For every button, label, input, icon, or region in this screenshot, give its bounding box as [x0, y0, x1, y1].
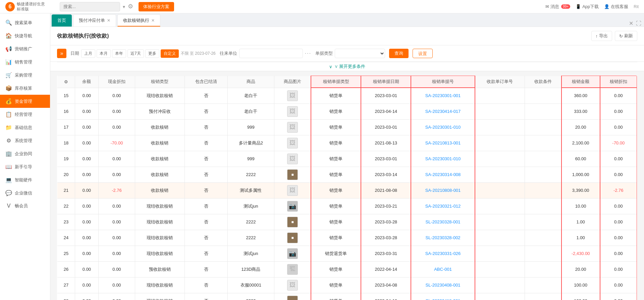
filter-date-this-month[interactable]: 本月 [97, 49, 111, 58]
row-bill-no[interactable]: SA-20230414-017 [411, 103, 475, 119]
dropdown-icon[interactable]: ▾ [123, 4, 125, 9]
filter-settings-button[interactable]: 设置 [413, 49, 433, 58]
row-bill-no[interactable]: SA-20210808-001 [411, 182, 475, 198]
row-bill-type: 销货单 [311, 103, 361, 119]
message-item[interactable]: ✉ 消息 99+ [545, 4, 570, 10]
export-button[interactable]: ↑ 导出 [591, 31, 612, 41]
refresh-button[interactable]: ↻ 刷新 [615, 31, 637, 41]
row-write-off-discount: 0.00 [600, 293, 637, 300]
table-row: 20 0.00 0.00 收款核销 否 2222 ■ 销货单 2023-03-1… [57, 167, 637, 182]
tab-close-window-button[interactable]: ✕ [629, 20, 633, 27]
bill-type-select[interactable] [335, 49, 385, 58]
filter-expand-more-row[interactable]: ∨ ∨ 展开更多条件 [57, 62, 637, 71]
app-download-item[interactable]: 📱 App下载 [576, 4, 599, 10]
row-bill-type: 销货单 [311, 214, 361, 230]
row-bill-date: 2023-03-01 [361, 119, 411, 135]
hardware-icon: 💻 [5, 177, 12, 183]
wechat-icon: 💬 [5, 190, 12, 196]
col-header-gear[interactable]: ⚙ [57, 76, 75, 88]
bill-no-link[interactable]: SA-20210808-001 [425, 188, 461, 193]
online-service-item[interactable]: 👤 在线客服 [604, 4, 628, 10]
tab-prepay[interactable]: 预付冲应付单 ✕ [73, 14, 116, 27]
logo-text: 畅捷通谱好生意 标准版 [17, 2, 45, 11]
page-content: 收款核销执行(按收款) ↑ 导出 ↻ 刷新 » 日期 [50, 27, 644, 300]
bill-no-link[interactable]: SL-20230328-002 [426, 235, 461, 240]
bill-no-link[interactable]: SA-20230301-010 [425, 125, 461, 130]
sidebar-item-wechat[interactable]: 💬 企业微信 [0, 186, 50, 200]
col-header-balance: 余额 [75, 76, 98, 88]
row-receipt-order-no [475, 119, 525, 135]
sidebar-item-search-menu[interactable]: 🔍 搜索菜单 [0, 16, 50, 29]
row-receipt-condition [525, 103, 561, 119]
table-row: 23 0.00 0.00 现结收款核销 否 2222 ■ 销货单 2023-03… [57, 214, 637, 230]
bill-no-link[interactable]: SL-20230328-001 [426, 219, 461, 224]
bill-no-link[interactable]: SL-20230418-001 [426, 298, 461, 300]
bill-no-link[interactable]: SA-20230414-017 [425, 109, 461, 114]
row-bill-no[interactable]: SA-20210813-001 [411, 135, 475, 151]
sidebar-item-hardware[interactable]: 💻 智能硬件 [0, 173, 50, 186]
user-item[interactable]: Rit [634, 4, 639, 9]
guide-icon: 📖 [5, 164, 12, 170]
row-bill-no[interactable]: SL-20230328-002 [411, 230, 475, 246]
tab-prepay-close[interactable]: ✕ [107, 18, 110, 23]
tab-bar: 首页 预付冲应付单 ✕ 收款核销执行 ✕ ✕ ⛶ [50, 13, 644, 27]
filter-date-custom[interactable]: 自定义 [161, 49, 179, 58]
filter-date-more[interactable]: 更多 [145, 49, 159, 58]
bill-no-link[interactable]: SA-20230321-012 [425, 204, 461, 209]
filter-dots-icon[interactable]: ··· [305, 50, 311, 56]
sidebar-item-inventory[interactable]: 📦 库存核算 [0, 82, 50, 95]
query-button[interactable]: 查询 [389, 49, 409, 58]
filter-expand-button[interactable]: » [57, 49, 66, 58]
row-receipt-order-no [475, 135, 525, 151]
sidebar-item-vip[interactable]: V 畅会员 [0, 200, 50, 212]
row-bill-no[interactable]: ABC-001 [411, 261, 475, 277]
row-bill-no[interactable]: SA-20230314-008 [411, 167, 475, 182]
row-goods-image: 🖼 [274, 135, 311, 151]
row-bill-no[interactable]: SA-20230331-026 [411, 246, 475, 261]
bill-no-link[interactable]: SA-20230301-001 [425, 93, 461, 98]
sidebar-item-operation[interactable]: 📋 经营管理 [0, 108, 50, 121]
row-bill-no[interactable]: SA-20230321-012 [411, 198, 475, 214]
sidebar-item-enterprise[interactable]: 🏢 企业协同 [0, 147, 50, 160]
bill-no-link[interactable]: SA-20230301-010 [425, 156, 461, 161]
counterpart-input[interactable] [239, 49, 303, 58]
sidebar-item-sales[interactable]: 📊 销售管理 [0, 55, 50, 69]
settings-gear-icon[interactable]: ⚙ [128, 3, 136, 11]
sidebar-item-system[interactable]: ⚙ 系统管理 [0, 134, 50, 147]
tab-collection-close[interactable]: ✕ [151, 18, 155, 23]
row-bill-no[interactable]: SL-20230418-001 [411, 293, 475, 300]
row-receipt-condition [525, 182, 561, 198]
goods-image-thumb: ■ [287, 217, 298, 227]
row-write-off-amount: 333.00 [561, 103, 600, 119]
sidebar-item-basic[interactable]: 📁 基础信息 [0, 121, 50, 134]
row-include-settled: 否 [184, 119, 227, 135]
bill-no-link[interactable]: SL-20230408-001 [426, 283, 461, 288]
tab-home[interactable]: 首页 [52, 14, 72, 27]
row-receipt-condition [525, 214, 561, 230]
tab-fullscreen-button[interactable]: ⛶ [636, 20, 641, 27]
filter-date-last-month[interactable]: 上月 [81, 49, 95, 58]
search-input[interactable] [60, 2, 120, 11]
filter-date-7days[interactable]: 近7天 [127, 49, 144, 58]
sidebar-item-quick-nav[interactable]: 🏠 快捷导航 [0, 29, 50, 42]
bill-no-link[interactable]: SA-20230314-008 [425, 172, 461, 177]
sidebar-item-finance[interactable]: 💰 资金管理 [0, 95, 50, 108]
row-write-off-amount: 360.00 [561, 88, 600, 103]
bill-no-link[interactable]: ABC-001 [434, 267, 452, 272]
row-bill-no[interactable]: SL-20230408-001 [411, 277, 475, 293]
row-bill-no[interactable]: SA-20230301-010 [411, 151, 475, 167]
bill-no-link[interactable]: SA-20230331-026 [425, 251, 461, 256]
row-bill-no[interactable]: SA-20230301-001 [411, 88, 475, 103]
bill-no-link[interactable]: SA-20210813-001 [425, 140, 461, 145]
row-goods-image: 🖼 [274, 151, 311, 167]
filter-date-this-year[interactable]: 本年 [112, 49, 126, 58]
sidebar-item-marketing[interactable]: 📢 营销推广 [0, 42, 50, 55]
row-goods: 测试jun [227, 246, 274, 261]
row-bill-no[interactable]: SA-20230301-010 [411, 119, 475, 135]
industry-solution-button[interactable]: 体验行业方案 [139, 2, 174, 11]
row-bill-type: 销货单 [311, 198, 361, 214]
tab-collection[interactable]: 收款核销执行 ✕ [117, 14, 160, 27]
row-bill-no[interactable]: SL-20230328-001 [411, 214, 475, 230]
sidebar-item-purchase[interactable]: 🛒 采购管理 [0, 69, 50, 82]
sidebar-item-guide[interactable]: 📖 新手引导 [0, 160, 50, 173]
